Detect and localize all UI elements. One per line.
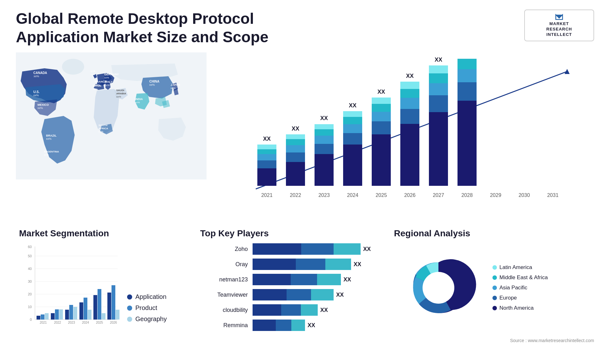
- legend-application: Application: [127, 293, 167, 300]
- player-value-remmina: XX: [308, 322, 315, 329]
- player-name-remmina: Remmina: [200, 322, 248, 329]
- svg-text:XX: XX: [435, 57, 442, 63]
- svg-text:2026: 2026: [404, 192, 416, 198]
- geography-label: Geography: [135, 315, 167, 323]
- regional-legend: Latin America Middle East & Africa Asia …: [492, 264, 548, 311]
- svg-rect-49: [372, 112, 391, 121]
- svg-rect-66: [458, 82, 477, 101]
- svg-rect-103: [65, 310, 69, 320]
- svg-rect-26: [257, 149, 276, 154]
- southafrica-label: SOUTH: [98, 124, 107, 127]
- canada-label: CANADA: [33, 71, 47, 75]
- svg-text:2031: 2031: [547, 192, 559, 198]
- svg-text:2024: 2024: [82, 321, 89, 324]
- svg-rect-65: [458, 101, 477, 186]
- svg-rect-107: [79, 302, 83, 320]
- reg-north-america: North America: [492, 305, 548, 311]
- svg-rect-38: [315, 129, 334, 136]
- legend-geography: Geography: [127, 315, 167, 323]
- svg-text:xx%: xx%: [34, 75, 39, 78]
- logo-icon: [551, 13, 567, 20]
- reg-europe: Europe: [492, 295, 548, 301]
- svg-text:xx%: xx%: [135, 101, 140, 104]
- reg-latin-america: Latin America: [492, 264, 548, 271]
- svg-text:2024: 2024: [347, 192, 358, 198]
- svg-rect-42: [343, 133, 362, 145]
- svg-rect-23: [257, 168, 276, 186]
- svg-rect-57: [400, 82, 419, 89]
- svg-text:2029: 2029: [490, 192, 501, 198]
- svg-rect-111: [93, 295, 97, 320]
- svg-text:50: 50: [28, 254, 32, 258]
- svg-rect-60: [429, 95, 448, 112]
- svg-marker-22: [565, 69, 570, 74]
- svg-text:10: 10: [28, 305, 32, 309]
- svg-rect-47: [372, 134, 391, 186]
- players-section: Top Key Players Zoho XX Oray: [200, 228, 384, 335]
- svg-rect-99: [51, 313, 55, 320]
- svg-text:xx%: xx%: [116, 95, 121, 98]
- svg-rect-51: [372, 98, 391, 104]
- player-bar-wrap-zoho: XX: [253, 243, 384, 255]
- geography-dot: [127, 317, 132, 322]
- product-label: Product: [135, 304, 157, 312]
- svg-rect-35: [315, 154, 334, 186]
- map-section: CANADA xx% U.S. xx% MEXICO xx% BRAZIL xx…: [16, 52, 207, 222]
- svg-text:2027: 2027: [433, 192, 444, 198]
- player-row-zoho: Zoho XX: [200, 243, 384, 255]
- legend-product: Product: [127, 304, 167, 312]
- svg-rect-43: [343, 124, 362, 133]
- svg-rect-108: [84, 298, 87, 320]
- svg-text:xx%: xx%: [46, 137, 51, 140]
- player-row-remmina: Remmina XX: [200, 320, 384, 331]
- svg-rect-27: [257, 145, 276, 149]
- player-value-netman123: XX: [343, 276, 351, 283]
- svg-rect-31: [286, 145, 305, 152]
- svg-rect-53: [400, 124, 419, 186]
- top-row: CANADA xx% U.S. xx% MEXICO xx% BRAZIL xx…: [16, 52, 594, 222]
- seg-legend: Application Product Geography: [127, 293, 167, 332]
- svg-text:2028: 2028: [461, 192, 473, 198]
- player-value-cloudbility: XX: [320, 307, 328, 313]
- application-label: Application: [135, 293, 166, 300]
- player-name-oray: Oray: [200, 261, 248, 268]
- seg-chart-area: 0 10 20 30 40 50 60: [19, 243, 187, 332]
- svg-rect-67: [458, 69, 477, 82]
- bar-chart-svg: XX XX XX XX: [222, 56, 588, 208]
- player-value-oray: XX: [354, 261, 361, 268]
- segmentation-section: Market Segmentation 0 10 20 30 40 50 60: [16, 228, 191, 335]
- player-row-teamviewer: Teamviewer XX: [200, 289, 384, 300]
- svg-rect-45: [343, 111, 362, 117]
- mexico-label: MEXICO: [37, 103, 49, 106]
- svg-text:2025: 2025: [376, 192, 387, 198]
- svg-text:ARABIA: ARABIA: [116, 92, 126, 95]
- logo-area: MARKET RESEARCH INTELLECT: [524, 10, 594, 41]
- svg-rect-32: [286, 139, 305, 145]
- svg-text:2022: 2022: [54, 321, 61, 324]
- svg-rect-112: [98, 289, 101, 320]
- regional-section: Regional Analysis: [394, 228, 594, 335]
- svg-text:xx%: xx%: [105, 84, 110, 87]
- svg-rect-50: [372, 104, 391, 112]
- reg-europe-label: Europe: [499, 295, 517, 301]
- reg-mea-label: Middle East & Africa: [499, 274, 548, 281]
- svg-rect-116: [112, 285, 115, 320]
- germany-label: GERMANY: [104, 73, 119, 76]
- svg-text:xx%: xx%: [93, 88, 98, 91]
- reg-apac: Asia Pacific: [492, 285, 548, 291]
- svg-text:xx%: xx%: [91, 73, 95, 76]
- svg-text:30: 30: [28, 280, 32, 283]
- svg-text:60: 60: [28, 245, 32, 249]
- page-title: Global Remote Desktop Protocol Applicati…: [16, 10, 302, 46]
- brazil-label: BRAZIL: [46, 134, 57, 137]
- china-label: CHINA: [149, 80, 159, 83]
- svg-text:xx%: xx%: [171, 87, 175, 90]
- svg-text:XX: XX: [349, 102, 356, 109]
- logo-text: MARKET RESEARCH INTELLECT: [546, 21, 572, 37]
- svg-rect-100: [55, 309, 59, 320]
- svg-rect-39: [315, 124, 334, 129]
- page: Global Remote Desktop Protocol Applicati…: [0, 0, 610, 364]
- svg-rect-62: [429, 73, 448, 83]
- svg-rect-48: [372, 121, 391, 134]
- reg-mea: Middle East & Africa: [492, 274, 548, 281]
